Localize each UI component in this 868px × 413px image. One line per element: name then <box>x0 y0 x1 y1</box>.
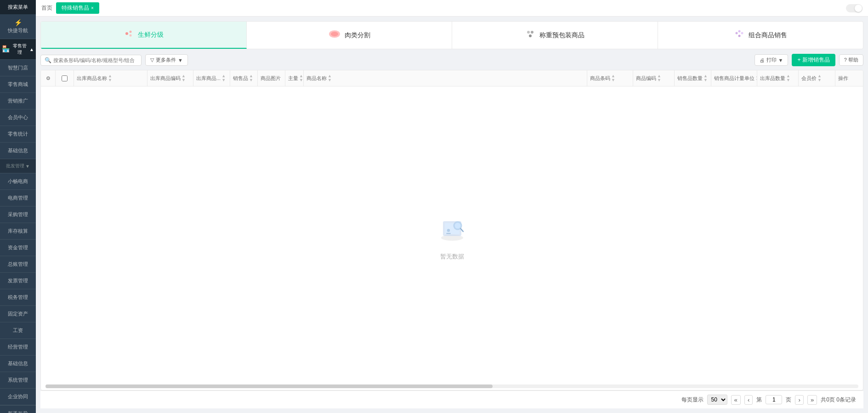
sidebar-item-label: 发票管理 <box>8 278 28 283</box>
col-unit[interactable]: 销售商品计量单位 ▲▼ <box>711 70 757 86</box>
print-icon: 🖨 <box>760 57 765 63</box>
sidebar-item-label: 零售统计 <box>8 131 28 137</box>
sidebar-item-corp-agreement[interactable]: 企业协同 <box>0 389 36 405</box>
svg-point-18 <box>447 229 449 232</box>
page-input[interactable] <box>766 395 782 404</box>
svg-point-0 <box>125 32 128 35</box>
home-breadcrumb[interactable]: 首页 <box>41 4 52 12</box>
sidebar-logo[interactable]: 搜索菜单 <box>0 0 36 14</box>
cat-tab-meat-cut[interactable]: 肉类分割 <box>247 22 453 49</box>
last-page-button[interactable]: » <box>807 395 817 405</box>
sidebar-item-label: 电商管理 <box>8 195 28 201</box>
help-button[interactable]: ? 帮助 <box>839 54 863 66</box>
sidebar-item-label: 新手引导 <box>8 411 28 413</box>
sort-icon: ▲▼ <box>249 74 253 82</box>
next-page-button[interactable]: › <box>795 395 803 405</box>
col-label: 销售品 <box>233 75 248 82</box>
col-sale-qty[interactable]: 销售品数量 ▲▼ <box>675 70 711 86</box>
sidebar-item-basic-info2[interactable]: 基础信息 <box>0 356 36 372</box>
sidebar-item-smart-store[interactable]: 智慧门店 <box>0 60 36 76</box>
cat-tab-fresh-grade[interactable]: 生鲜分级 <box>41 22 247 49</box>
filter-chevron-icon: ▼ <box>178 57 183 63</box>
help-icon: ? <box>844 57 847 63</box>
print-button[interactable]: 🖨 打印 ▼ <box>755 54 789 66</box>
search-icon: 🔍 <box>45 57 51 63</box>
sidebar-item-sys-mgmt[interactable]: 系统管理 <box>0 372 36 389</box>
sidebar-item-wholesale-mgmt[interactable]: 批发管理 ▼ <box>0 159 36 173</box>
search-box[interactable]: 🔍 <box>40 55 142 66</box>
col-label: 出库品数量 <box>760 75 785 82</box>
sidebar-item-tax-mgmt[interactable]: 税务管理 <box>0 289 36 306</box>
col-out-qty[interactable]: 出库品数量 ▲▼ <box>757 70 799 86</box>
col-label: 出库商品名称 <box>77 75 107 82</box>
cat-tab-label: 生鲜分级 <box>138 31 164 39</box>
sidebar-item-label: 基础信息 <box>8 361 28 366</box>
sidebar-item-ops-mgmt[interactable]: 经营管理 <box>0 339 36 356</box>
select-all-checkbox[interactable] <box>62 75 68 81</box>
sidebar-item-retail-mgmt[interactable]: 🏪 零售管理 ▲ <box>0 39 36 60</box>
col-gname[interactable]: 商品名称 ▲▼ <box>304 70 587 86</box>
first-page-button[interactable]: « <box>731 395 741 405</box>
sort-icon: ▲▼ <box>328 74 332 82</box>
tab-close-icon[interactable]: × <box>91 6 94 11</box>
sidebar-item-retail-mall[interactable]: 零售商城 <box>0 76 36 93</box>
svg-point-2 <box>130 34 132 37</box>
sidebar-item-inventory[interactable]: 库存核算 <box>0 223 36 240</box>
sidebar-item-label: 小畅电商 <box>8 178 28 184</box>
svg-point-4 <box>331 32 338 36</box>
sidebar-item-finance[interactable]: 资金管理 <box>0 240 36 256</box>
col-label: 出库商品编码 <box>150 75 181 82</box>
empty-icon <box>434 210 471 247</box>
sidebar-item-label: 采购管理 <box>8 212 28 217</box>
svg-point-16 <box>454 223 460 229</box>
col-label: 商品名称 <box>306 75 327 82</box>
col-gcode[interactable]: 商品编码 ▲▼ <box>633 70 675 86</box>
sidebar-item-label: 固定资产 <box>8 311 28 316</box>
sidebar-item-mini-ecom[interactable]: 小畅电商 <box>0 173 36 190</box>
filter-label: 更多条件 <box>156 57 176 63</box>
prev-page-button[interactable]: ‹ <box>744 395 753 405</box>
horizontal-scrollbar[interactable] <box>45 384 858 388</box>
sidebar-item-label: 税务管理 <box>8 294 28 300</box>
col-img[interactable]: 商品图片 <box>258 70 285 86</box>
table-body: 暂无数据 <box>41 86 863 384</box>
scrollbar-thumb[interactable] <box>45 384 493 388</box>
sidebar-item-wages[interactable]: 工资 <box>0 322 36 339</box>
sidebar-item-purchase-mgmt[interactable]: 采购管理 <box>0 206 36 223</box>
page-suffix: 页 <box>786 396 791 404</box>
cat-tab-combo-sale[interactable]: 组合商品销售 <box>658 22 863 49</box>
sidebar-item-invoice-mgmt[interactable]: 发票管理 <box>0 273 36 289</box>
retail-mgmt-icon: 🏪 <box>2 45 10 52</box>
col-out-sku[interactable]: 出库商品... ▲▼ <box>193 70 230 86</box>
svg-point-11 <box>738 35 740 37</box>
sidebar-item-ecom-mgmt[interactable]: 电商管理 <box>0 190 36 206</box>
sidebar-item-fixed-assets[interactable]: 固定资产 <box>0 306 36 322</box>
svg-point-8 <box>735 32 738 34</box>
active-tab[interactable]: 特殊销售品 × <box>56 2 99 14</box>
page-label: 第 <box>756 396 762 404</box>
col-barcode[interactable]: 商品条码 ▲▼ <box>587 70 633 86</box>
sidebar-item-basic-info[interactable]: 基础信息 <box>0 143 36 159</box>
sort-icon: ▲▼ <box>108 74 112 82</box>
col-checkbox[interactable] <box>56 70 74 86</box>
category-tabs: 生鲜分级 肉类分割 称 <box>40 21 863 49</box>
cat-tab-weight-pack[interactable]: 称重预包装商品 <box>452 22 658 49</box>
col-out-name[interactable]: 出库商品名称 ▲▼ <box>74 70 148 86</box>
sidebar-item-sales-promo[interactable]: 营销推广 <box>0 93 36 109</box>
col-out-code[interactable]: 出库商品编码 ▲▼ <box>148 70 193 86</box>
search-input[interactable] <box>53 57 137 63</box>
sidebar-item-general-ledger[interactable]: 总账管理 <box>0 256 36 273</box>
sidebar-item-member-center[interactable]: 会员中心 <box>0 109 36 126</box>
sidebar-item-retail-stats[interactable]: 零售统计 <box>0 126 36 143</box>
sidebar-item-quick-nav[interactable]: ⚡ 快捷导航 <box>0 14 36 39</box>
sidebar-item-new-guide[interactable]: 新手引导 <box>0 406 36 413</box>
col-sale-item[interactable]: 销售品 ▲▼ <box>230 70 258 86</box>
col-member-price[interactable]: 会员价 ▲▼ <box>799 70 835 86</box>
arrow-icon: ▲ <box>29 47 34 52</box>
col-main[interactable]: 主量 ▲▼ <box>285 70 304 86</box>
per-page-select[interactable]: 50 <box>707 395 727 405</box>
col-settings[interactable]: ⚙ <box>41 70 56 86</box>
page-content: 生鲜分级 肉类分割 称 <box>36 17 868 413</box>
filter-button[interactable]: ▽ 更多条件 ▼ <box>145 54 188 66</box>
new-sale-button[interactable]: + 新增销售品 <box>792 54 835 66</box>
